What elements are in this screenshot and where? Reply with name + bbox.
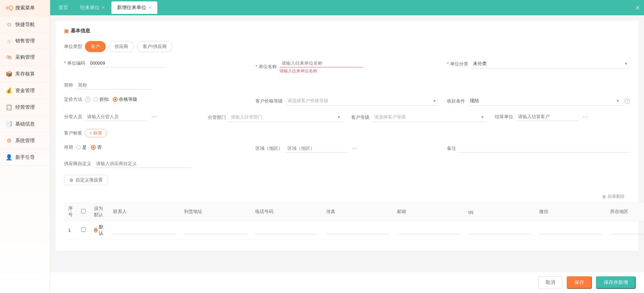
disabled-label: 停用 [64,144,73,150]
unit-type-both-btn[interactable]: 客户/供应商 [137,41,173,52]
address-input[interactable] [184,226,247,234]
pricing-method-help[interactable]: ? [85,97,91,102]
th-email: 邮箱 [393,203,464,221]
supplier-custom-label: 供应商自定义 [64,161,91,167]
settlement-select-btn[interactable]: ··· [581,113,590,121]
remarks-label: 备注 [447,145,456,152]
th-default: 设为默认 [90,203,109,221]
manager-select-btn[interactable]: ··· [150,113,159,121]
code-name-row: 单位编码 单位名称 请输入往来单位名称 单位分类 未分类 ▼ [64,59,630,74]
unit-name-error-msg: 请输入往来单位名称 [280,68,439,74]
save-button[interactable]: 保存 [567,276,592,289]
sidebar-item-inventory[interactable]: 📦 库存核算 [0,66,50,82]
region-input[interactable] [285,144,348,153]
disabled-no-radio[interactable] [91,145,96,150]
customer-level-select[interactable]: 请选择客户等级 ▼ [372,113,487,122]
payment-terms-help[interactable]: ? [625,98,630,104]
sidebar-item-label: 资金管理 [15,88,35,94]
region-table-input[interactable] [610,226,644,234]
sidebar-item-purchase[interactable]: 🛍 采购管理 [0,49,50,66]
phone-input[interactable] [255,226,318,234]
email-input[interactable] [397,226,460,234]
region-field: 区域（地区） ··· [256,144,439,153]
dept-field: 分管部门 请输入分管部门 ▼ [208,113,343,122]
payment-terms-select[interactable]: 现结 ▼ [468,96,622,106]
sidebar-item-system[interactable]: ⚙ 系统管理 [0,132,50,149]
disabled-yes-option[interactable]: 是 [76,144,87,150]
remarks-input[interactable] [459,144,630,153]
customer-level-field: 客户等级 请选择客户等级 ▼ [351,113,487,122]
pricing-method-label: 定价方法 [64,96,82,103]
form-footer: 取消 保存 保存并新增 [50,272,644,293]
custom-settings-button[interactable]: ⚙ 自定义项设置 [64,175,108,185]
batch-delete-btn[interactable]: 🗑 批量删除 [602,194,625,200]
sidebar-item-basic-info[interactable]: 📑 基础信息 [0,116,50,132]
unit-code-input[interactable] [88,59,165,67]
settlement-input[interactable] [516,113,579,121]
customer-price-level-field: 客户价格等级 请选择客户价格等级 ▼ [256,96,439,106]
tab-counterparty-close[interactable]: ✕ [102,5,105,10]
th-checkbox [77,203,90,221]
select-all-checkbox[interactable] [81,209,86,213]
unit-category-label: 单位分类 [447,61,468,67]
td-contact [109,221,180,239]
add-tag-button[interactable]: + 标签 [85,129,107,137]
default-radio[interactable] [94,228,97,233]
td-email [393,221,464,239]
unit-category-select[interactable]: 未分类 ▼ [471,59,630,68]
pricing-radio-group: 折扣 价格等级 [93,96,137,103]
contact-input[interactable] [113,226,176,234]
system-icon: ⚙ [6,137,13,144]
sidebar-item-search-menu[interactable]: ≡Q 搜索菜单 [0,0,50,16]
pricing-discount-option[interactable]: 折扣 [93,96,109,103]
unit-type-customer-btn[interactable]: 客户 [85,41,106,52]
row-checkbox[interactable] [81,227,86,232]
pricing-level-option[interactable]: 价格等级 [113,96,137,103]
unit-type-supplier-btn[interactable]: 供应商 [109,41,134,52]
td-wechat [535,221,606,239]
pricing-level-radio[interactable] [113,97,118,102]
sidebar: ≡Q 搜索菜单 ⊙ 快捷导航 ⌂ 销售管理 🛍 采购管理 📦 库存核算 💰 资金… [0,0,50,293]
customer-price-level-select[interactable]: 请选择客户价格等级 ▼ [285,96,439,106]
unit-name-wrap: 请输入往来单位名称 [280,59,439,74]
sidebar-item-sales[interactable]: ⌂ 销售管理 [0,33,50,49]
sidebar-item-finance[interactable]: 💰 资金管理 [0,82,50,99]
wechat-input[interactable] [539,226,602,234]
operations-icon: 📋 [6,104,13,111]
region-select-btn[interactable]: ··· [351,145,359,152]
unit-name-input[interactable] [280,59,363,67]
table-row: 1 默认 [64,221,644,239]
sidebar-item-guide[interactable]: 👤 新手引导 [0,149,50,166]
td-address [180,221,251,239]
cancel-button[interactable]: 取消 [538,276,563,289]
customer-level-chevron: ▼ [481,115,485,119]
save-and-new-button[interactable]: 保存并新增 [596,276,636,289]
close-all-tabs-button[interactable]: ✕ [635,5,640,11]
fax-input[interactable] [326,226,389,234]
pricing-discount-radio[interactable] [93,97,98,102]
tab-counterparty[interactable]: 往来单位 ✕ [74,1,111,14]
disabled-yes-radio[interactable] [76,145,81,150]
unit-code-field: 单位编码 [64,59,247,67]
sidebar-item-quick-nav[interactable]: ⊙ 快捷导航 [0,16,50,33]
unit-category-chevron: ▼ [624,62,628,66]
manager-input[interactable] [85,113,148,121]
quick-nav-icon: ⊙ [6,21,13,28]
tab-new-counterparty[interactable]: 新增往来单位 ✕ [111,1,157,14]
abbr-input[interactable] [76,81,152,89]
qq-input[interactable] [468,226,531,234]
section-title-icon: ▣ [64,28,69,34]
dept-select[interactable]: 请输入分管部门 ▼ [229,113,343,122]
table-header-row: 序号 设为默认 联系人 到货地址 电话号码 传真 邮箱 qq 微信 所在地区 操… [64,203,644,221]
default-radio-item[interactable]: 默认 [94,224,105,236]
sidebar-item-label: 库存核算 [15,71,35,77]
supplier-custom-input[interactable] [94,160,191,168]
sidebar-item-operations[interactable]: 📋 经营管理 [0,99,50,116]
disabled-no-option[interactable]: 否 [91,144,102,150]
tab-new-counterparty-close[interactable]: ✕ [148,5,152,10]
disabled-radio-group: 是 否 [76,144,102,150]
td-seq: 1 [64,221,77,239]
td-region [606,221,644,239]
price-level-chevron: ▼ [433,99,437,103]
tab-home[interactable]: 首页 [53,1,74,14]
